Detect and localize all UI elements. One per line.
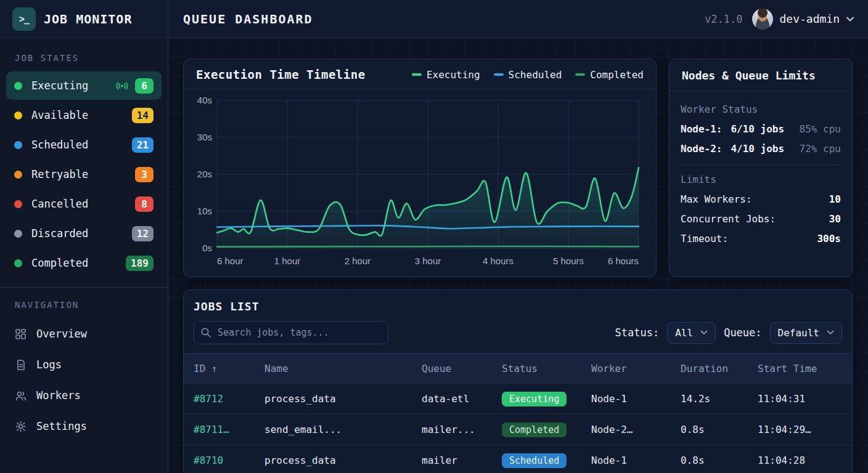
status-dot [14,230,22,238]
sidebar-item-logs[interactable]: Logs [6,349,162,380]
cell-id[interactable]: #8710 [194,455,264,466]
search-input[interactable] [194,321,388,344]
sidebar-item-cancelled[interactable]: Cancelled8 [6,190,162,218]
job-states-heading: JOB STATES [15,53,168,63]
nav-label: Workers [36,389,81,402]
live-signal-icon [115,81,129,91]
version-label: v2.1.0 [705,13,742,25]
column-header-status[interactable]: Status [502,363,591,374]
nav-label: Logs [36,358,62,371]
cell-id[interactable]: #8711… [194,424,264,435]
cell-queue: data-etl [422,393,502,405]
cell-worker: Node-2… [591,424,681,435]
legend-swatch [412,73,422,76]
navigation-heading: NAVIGATION [15,300,168,310]
search-box [194,321,388,344]
status-dot [14,141,22,149]
column-header-queue[interactable]: Queue [422,363,502,374]
chevron-down-icon [827,330,834,335]
column-header-start-time[interactable]: Start Time [758,363,852,374]
svg-text:5 hours: 5 hours [553,256,584,266]
divider [681,164,841,165]
people-icon [15,390,27,402]
count-badge: 3 [135,167,154,182]
node-jobs: 6/10 jobs [731,123,784,135]
worker-status-heading: Worker Status [681,103,841,115]
worker-status-list: Node-1:6/10 jobs85% cpuNode-2:4/10 jobs7… [681,123,841,155]
user-menu[interactable]: dev-admin [752,9,854,30]
filter-select-status[interactable]: All [667,322,716,344]
column-header-worker[interactable]: Worker [591,363,681,374]
jobs-list-title: JOBS LIST [184,290,852,313]
sidebar-item-overview[interactable]: Overview [6,318,162,349]
execution-timeline-card: Execution Time Timeline ExecutingSchedul… [183,59,657,277]
legend-item-scheduled[interactable]: Scheduled [494,69,562,81]
cell-name: send_email... [264,424,422,435]
select-value: Default [778,327,819,339]
sidebar-item-settings[interactable]: Settings [6,411,162,442]
legend-item-executing[interactable]: Executing [412,69,480,81]
cell-id[interactable]: #8712 [194,393,264,405]
limit-label: Max Workers: [681,193,752,205]
node-cpu: 72% cpu [800,143,841,155]
column-header-id[interactable]: ID ↑ [194,363,264,374]
worker-status-row: Node-1:6/10 jobs85% cpu [681,123,841,135]
sidebar-item-completed[interactable]: Completed189 [6,249,162,277]
status-dot [14,111,22,119]
state-label: Retryable [31,168,88,180]
cell-duration: 14.2s [681,393,758,405]
nav-label: Settings [36,420,87,432]
table-body: #8712process_datadata-etlExecutingNode-1… [184,384,852,473]
legend-item-completed[interactable]: Completed [575,69,644,81]
svg-text:10s: 10s [197,206,212,216]
sidebar-item-workers[interactable]: Workers [6,380,162,411]
limits-list: Max Workers:10Concurrent Jobs:30Timeout:… [681,193,841,245]
sidebar-item-available[interactable]: Available14 [6,101,162,129]
gear-icon [15,421,27,432]
sidebar-item-scheduled[interactable]: Scheduled21 [6,131,162,159]
timeline-chart: 0s10s20s30s40s6 hour1 hour2 hour3 hour4 … [189,93,646,272]
cell-name: process_data [264,393,422,405]
nodes-queue-limits-card: Nodes & Queue Limits Worker Status Node-… [669,59,853,277]
status-dot [14,200,22,208]
chevron-down-icon [700,330,708,335]
svg-text:30s: 30s [197,132,212,142]
limit-row-max-workers: Max Workers:10 [681,193,841,205]
chart-plot-area: 0s10s20s30s40s6 hour1 hour2 hour3 hour4 … [184,89,656,277]
sidebar-item-discarded[interactable]: Discarded12 [6,219,162,248]
page-title: QUEUE DASHBOARD [183,12,313,26]
legend-label: Scheduled [509,69,562,81]
table-row[interactable]: #8712process_datadata-etlExecutingNode-1… [184,384,852,414]
svg-text:6 hours: 6 hours [608,256,639,266]
table-row[interactable]: #8711…send_email...mailer...CompletedNod… [184,414,852,445]
app-title: JOB MONITOR [44,12,132,26]
sidebar-item-executing[interactable]: Executing6 [6,71,162,100]
jobs-table: ID ↑NameQueueStatusWorkerDurationStart T… [184,353,852,473]
node-jobs: 4/10 jobs [731,143,784,155]
column-header-name[interactable]: Name [264,363,422,374]
state-label: Completed [31,257,88,269]
column-header-duration[interactable]: Duration [681,363,758,374]
chart-title: Execution Time Timeline [196,68,366,81]
legend-swatch [494,73,504,76]
svg-text:3 hour: 3 hour [415,256,441,266]
node-name: Node-1: [681,123,722,135]
limit-value: 10 [829,193,841,205]
status-badge: Completed [502,422,567,437]
sidebar-item-retryable[interactable]: Retryable3 [6,160,162,188]
filter-select-queue[interactable]: Default [770,322,842,344]
sidebar: JOB STATES Executing6Available14Schedule… [0,38,168,473]
cell-worker: Node-1 [591,455,681,466]
legend-label: Completed [590,69,644,81]
filter-label-queue: Queue: [724,326,761,339]
filter-label-status: Status: [615,326,660,339]
select-value: All [675,327,693,339]
svg-text:0s: 0s [202,243,212,253]
top-bar: >_ JOB MONITOR QUEUE DASHBOARD v2.1.0 de… [0,0,868,38]
state-label: Scheduled [31,139,88,151]
table-row[interactable]: #8710process_datamailerScheduledNode-10.… [184,445,852,473]
svg-text:40s: 40s [197,95,212,105]
state-label: Available [31,109,88,121]
brand: >_ JOB MONITOR [0,0,168,38]
worker-status-row: Node-2:4/10 jobs72% cpu [681,143,841,155]
